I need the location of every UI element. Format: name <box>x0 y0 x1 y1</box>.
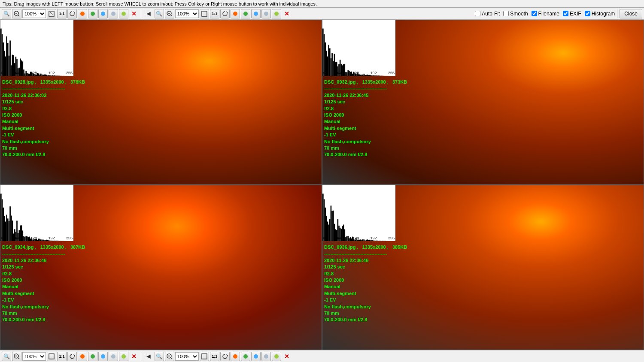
svg-marker-25 <box>73 354 75 356</box>
onetoone-btn-bot-l[interactable]: 1:1 <box>57 352 67 361</box>
nav-prev-btn-bot[interactable]: ◄ <box>143 353 154 360</box>
color-btn4-bot[interactable] <box>109 352 118 361</box>
rotate-btn-tr[interactable] <box>220 9 230 18</box>
zoom-in-btn-bot-r[interactable]: 🔍 <box>155 352 164 361</box>
image-cell-top-right[interactable]: 0 64 128 192 255 DSC_0932.jpg , 1335x200… <box>322 20 644 185</box>
close-x-bot-l[interactable]: ✕ <box>129 352 139 361</box>
color-btn3-bot-r[interactable] <box>251 352 261 361</box>
color-btn2-tr[interactable] <box>241 9 250 18</box>
svg-point-36 <box>233 354 237 359</box>
zoom-out-btn[interactable] <box>12 9 21 18</box>
zoom-out-btn-tr[interactable] <box>165 9 174 18</box>
fit-btn-tl[interactable] <box>47 9 56 18</box>
svg-point-10 <box>122 12 126 16</box>
svg-point-18 <box>254 12 258 16</box>
zoom-in-btn-bot-l[interactable]: 🔍 <box>2 352 11 361</box>
main-area: 0 64 128 192 255 DSC_0928.jpg , 1335x200… <box>0 20 644 350</box>
smooth-label: Smooth <box>510 11 528 17</box>
svg-marker-15 <box>226 11 228 14</box>
close-x-tl[interactable]: ✕ <box>129 9 139 18</box>
nav-prev-btn[interactable]: ◄ <box>143 10 154 18</box>
color-btn2-bot-r[interactable] <box>241 352 250 361</box>
color-btn2-tl[interactable] <box>88 9 97 18</box>
color-btn1-tr[interactable] <box>231 9 240 18</box>
svg-line-2 <box>18 15 19 16</box>
svg-point-38 <box>254 354 258 359</box>
histogram-checkbox-label[interactable]: Histogram <box>585 11 615 17</box>
histogram-label: Histogram <box>592 11 615 17</box>
image-cell-top-left[interactable]: 0 64 128 192 255 DSC_0928.jpg , 1335x200… <box>0 20 322 185</box>
color-btn1-tl[interactable] <box>78 9 87 18</box>
image-cell-bottom-left[interactable]: 0 64 128 192 255 DSC_0934.jpg , 1335x200… <box>0 185 322 350</box>
svg-point-6 <box>80 12 85 16</box>
onetoone-btn-bot-r[interactable]: 1:1 <box>210 352 219 361</box>
exif-checkbox[interactable] <box>563 11 568 16</box>
smooth-checkbox[interactable] <box>503 11 509 16</box>
color-btn4-tr[interactable] <box>261 9 271 18</box>
color-btn5-tl[interactable] <box>119 9 128 18</box>
auto-fit-checkbox-label[interactable]: Auto-Fit <box>475 11 500 17</box>
fit-btn-tr[interactable] <box>200 9 209 18</box>
color-btn5-tr[interactable] <box>272 9 281 18</box>
color-btn4-tl[interactable] <box>109 9 118 18</box>
zoom-select-bot-left[interactable]: 100% <box>22 352 46 361</box>
svg-point-40 <box>274 354 279 359</box>
fit-btn-bot-l[interactable] <box>47 352 56 361</box>
onetoone-btn-tr[interactable]: 1:1 <box>210 9 219 18</box>
color-btn5-bot-r[interactable] <box>272 352 281 361</box>
tips-bar: Tips: Drag images with LEFT mouse button… <box>0 0 644 8</box>
zoom-in-btn[interactable]: 🔍 <box>2 9 11 18</box>
svg-line-13 <box>171 15 172 16</box>
svg-point-29 <box>111 354 115 359</box>
onetoone-label: 1:1 <box>59 12 64 16</box>
svg-point-30 <box>122 354 126 359</box>
color-btn3-tr[interactable] <box>251 9 261 18</box>
zoom-select-bot-right[interactable]: 100% <box>175 352 199 361</box>
zoom-out-btn-bot-r[interactable] <box>165 352 174 361</box>
color-btn2-bot[interactable] <box>88 352 97 361</box>
zoom-select-top-left[interactable]: 100% <box>22 9 46 18</box>
zoom-select-top-right[interactable]: 100% <box>175 9 199 18</box>
rotate-btn-tl[interactable] <box>67 9 77 18</box>
exif-checkbox-label[interactable]: EXIF <box>563 11 581 17</box>
color-btn4-bot-r[interactable] <box>261 352 271 361</box>
svg-point-20 <box>274 12 279 16</box>
smooth-checkbox-label[interactable]: Smooth <box>503 11 528 17</box>
close-x-tr[interactable]: ✕ <box>282 9 292 18</box>
svg-point-9 <box>111 12 115 16</box>
histogram-br <box>322 185 395 241</box>
auto-fit-checkbox[interactable] <box>475 11 480 16</box>
rotate-btn-bot-l[interactable] <box>67 352 77 361</box>
histogram-tr <box>322 20 395 76</box>
svg-line-4 <box>50 12 53 15</box>
svg-point-17 <box>243 12 248 16</box>
image-grid: 0 64 128 192 255 DSC_0928.jpg , 1335x200… <box>0 20 644 350</box>
histogram-checkbox[interactable] <box>585 11 590 16</box>
close-x-bot-r[interactable]: ✕ <box>282 352 292 361</box>
color-btn3-tl[interactable] <box>98 9 108 18</box>
svg-point-7 <box>91 12 95 16</box>
histogram-bl <box>0 185 73 241</box>
hist-labels-tr: 0 64 128 192 255 <box>323 71 395 75</box>
image-cell-bottom-right[interactable]: 0 64 128 192 255 DSC_0936.jpg , 1335x200… <box>322 185 644 350</box>
fit-btn-bot-r[interactable] <box>200 352 209 361</box>
separator-bot <box>141 352 141 361</box>
svg-rect-14 <box>202 11 207 16</box>
filename-checkbox[interactable] <box>532 11 537 16</box>
zoom-in-btn-tr[interactable]: 🔍 <box>155 9 164 18</box>
color-btn1-bot-r[interactable] <box>231 352 240 361</box>
zoom-out-btn-bot-l[interactable] <box>12 352 21 361</box>
filename-label: Filename <box>538 11 559 17</box>
svg-rect-24 <box>49 354 54 359</box>
rotate-btn-bot-r[interactable] <box>220 352 230 361</box>
color-btn5-bot[interactable] <box>119 352 128 361</box>
onetoone-btn-tl[interactable]: 1:1 <box>57 9 67 18</box>
svg-point-26 <box>80 354 85 359</box>
svg-point-8 <box>101 12 105 16</box>
svg-point-27 <box>91 354 95 359</box>
filename-checkbox-label[interactable]: Filename <box>532 11 559 17</box>
color-btn1-bot[interactable] <box>78 352 87 361</box>
close-button[interactable]: Close <box>620 9 642 18</box>
color-btn3-bot[interactable] <box>98 352 108 361</box>
svg-line-23 <box>18 358 19 359</box>
